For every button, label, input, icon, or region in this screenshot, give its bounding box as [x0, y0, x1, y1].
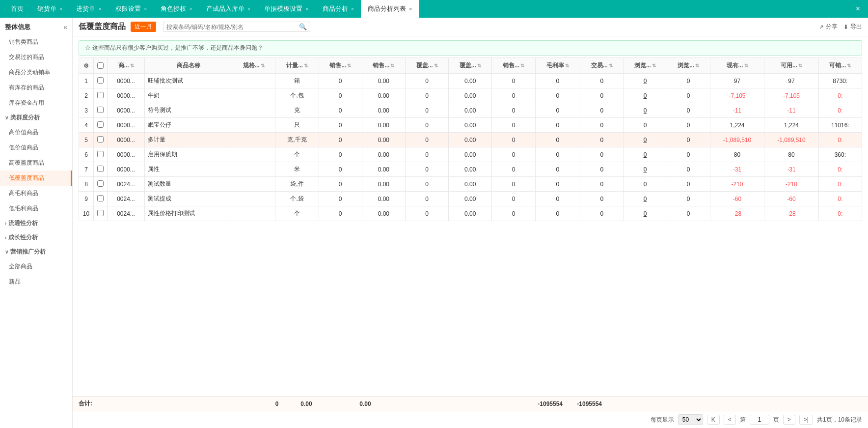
row-name[interactable]: 多计量: [145, 133, 232, 147]
row-checkbox-cell[interactable]: [94, 162, 108, 177]
row-name[interactable]: 测试提成: [145, 192, 232, 206]
th-browse1[interactable]: 浏览...⇅: [624, 58, 667, 74]
row-name[interactable]: 启用保质期: [145, 147, 232, 162]
row-checkbox[interactable]: [97, 180, 104, 187]
row-name[interactable]: 属性价格打印测试: [145, 206, 232, 221]
close-warehouse-icon[interactable]: ×: [247, 6, 250, 12]
row-checkbox[interactable]: [97, 77, 104, 84]
th-saleable[interactable]: 可销...⇅: [818, 58, 862, 74]
row-checkbox[interactable]: [97, 107, 104, 113]
row-checkbox-cell[interactable]: [94, 206, 108, 221]
prev-page-button[interactable]: <: [724, 415, 736, 425]
per-page-select[interactable]: 50 100 200: [678, 414, 703, 425]
close-roles-icon[interactable]: ×: [189, 6, 192, 12]
row-browse1[interactable]: 0: [624, 118, 667, 133]
row-name[interactable]: 旺辅批次测试: [145, 74, 232, 88]
close-sales-icon[interactable]: ×: [59, 6, 62, 12]
sidebar-item-stock-goods[interactable]: 有库存的商品: [0, 80, 72, 95]
nav-purchase[interactable]: 进货单 ×: [69, 0, 108, 18]
search-input[interactable]: [166, 24, 299, 30]
share-button[interactable]: ↗ 分享: [819, 23, 838, 31]
th-name[interactable]: 商品名称: [145, 58, 232, 74]
sidebar-header[interactable]: 整体信息 «: [0, 20, 72, 34]
row-checkbox-cell[interactable]: [94, 192, 108, 206]
first-page-button[interactable]: K: [707, 415, 720, 425]
sidebar-section-group[interactable]: ∨ 类群度分析: [0, 111, 72, 125]
row-browse1[interactable]: 0: [624, 147, 667, 162]
sidebar-item-new-goods[interactable]: 新品: [0, 274, 72, 289]
th-sales3[interactable]: 销售...⇅: [492, 58, 535, 74]
th-checkbox[interactable]: [94, 58, 108, 74]
th-cover1[interactable]: 覆盖...⇅: [405, 58, 448, 74]
row-browse1[interactable]: 0: [624, 177, 667, 192]
nav-permissions[interactable]: 权限设置 ×: [108, 0, 154, 18]
nav-roles[interactable]: 角色授权 ×: [154, 0, 199, 18]
page-input[interactable]: [750, 415, 769, 425]
row-checkbox-cell[interactable]: [94, 74, 108, 88]
row-browse1[interactable]: 0: [624, 103, 667, 118]
sidebar-section-growth[interactable]: › 成长性分析: [0, 230, 72, 245]
row-checkbox[interactable]: [97, 195, 104, 201]
row-browse1[interactable]: 0: [624, 74, 667, 88]
row-checkbox[interactable]: [97, 92, 104, 98]
close-analysis-list-icon[interactable]: ×: [409, 6, 412, 12]
th-sales2[interactable]: 销售...⇅: [362, 58, 405, 74]
next-page-button[interactable]: >: [783, 415, 795, 425]
row-checkbox[interactable]: [97, 151, 104, 157]
th-cover2[interactable]: 覆盖...⇅: [449, 58, 492, 74]
th-unit[interactable]: 计量...⇅: [275, 58, 319, 74]
th-spec[interactable]: 规格...⇅: [232, 58, 275, 74]
row-checkbox-cell[interactable]: [94, 103, 108, 118]
sidebar-item-all-goods[interactable]: 全部商品: [0, 259, 72, 274]
row-browse1[interactable]: 0: [624, 133, 667, 147]
row-name[interactable]: 测试数量: [145, 177, 232, 192]
select-all-checkbox[interactable]: [97, 62, 104, 69]
sidebar-item-high-value[interactable]: 高价值商品: [0, 125, 72, 140]
sidebar-item-category-rate[interactable]: 商品分类动销率: [0, 65, 72, 80]
th-available[interactable]: 可用...⇅: [764, 58, 818, 74]
row-browse1[interactable]: 0: [624, 192, 667, 206]
row-name[interactable]: 牛奶: [145, 88, 232, 103]
th-current[interactable]: 现有...⇅: [710, 58, 764, 74]
sidebar-item-sales-goods[interactable]: 销售类商品: [0, 34, 72, 50]
sidebar-item-high-coverage[interactable]: 高覆盖度商品: [0, 155, 72, 171]
row-browse1[interactable]: 0: [624, 206, 667, 221]
row-checkbox[interactable]: [97, 136, 104, 143]
sidebar-collapse-icon[interactable]: «: [63, 23, 67, 31]
nav-analysis[interactable]: 商品分析 ×: [316, 0, 361, 18]
th-code[interactable]: 商...⇅: [108, 58, 145, 74]
close-templates-icon[interactable]: ×: [305, 6, 308, 12]
sidebar-item-traded-goods[interactable]: 交易过的商品: [0, 50, 72, 65]
browse1-link[interactable]: 0: [644, 166, 647, 173]
nav-warehouse[interactable]: 产成品入库单 ×: [199, 0, 257, 18]
th-gross[interactable]: 毛利率⇅: [535, 58, 580, 74]
browse1-link[interactable]: 0: [644, 137, 647, 143]
row-checkbox[interactable]: [97, 166, 104, 172]
close-purchase-icon[interactable]: ×: [98, 6, 101, 12]
row-checkbox-cell[interactable]: [94, 147, 108, 162]
row-checkbox[interactable]: [97, 210, 104, 216]
row-name[interactable]: 符号测试: [145, 103, 232, 118]
row-checkbox-cell[interactable]: [94, 88, 108, 103]
sidebar-section-flow[interactable]: › 流通性分析: [0, 216, 72, 230]
nav-sales[interactable]: 销货单 ×: [30, 0, 69, 18]
th-browse2[interactable]: 浏览...⇅: [667, 58, 710, 74]
row-name[interactable]: 眠宝公仔: [145, 118, 232, 133]
browse1-link[interactable]: 0: [644, 122, 647, 129]
browse1-link[interactable]: 0: [644, 92, 647, 99]
th-trade[interactable]: 交易...⇅: [580, 58, 624, 74]
row-checkbox-cell[interactable]: [94, 133, 108, 147]
row-checkbox-cell[interactable]: [94, 118, 108, 133]
window-close-button[interactable]: ×: [852, 4, 864, 13]
browse1-link[interactable]: 0: [644, 181, 647, 188]
row-checkbox-cell[interactable]: [94, 177, 108, 192]
last-page-button[interactable]: >|: [799, 415, 813, 425]
sidebar-item-low-value[interactable]: 低价值商品: [0, 140, 72, 155]
row-name[interactable]: 属性: [145, 162, 232, 177]
sidebar-item-low-coverage[interactable]: 低覆盖度商品: [0, 171, 72, 186]
sidebar-item-low-margin[interactable]: 低毛利商品: [0, 201, 72, 216]
browse1-link[interactable]: 0: [644, 78, 647, 85]
th-settings[interactable]: ⚙: [79, 58, 94, 74]
nav-templates[interactable]: 单据模板设置 ×: [257, 0, 315, 18]
row-browse1[interactable]: 0: [624, 162, 667, 177]
